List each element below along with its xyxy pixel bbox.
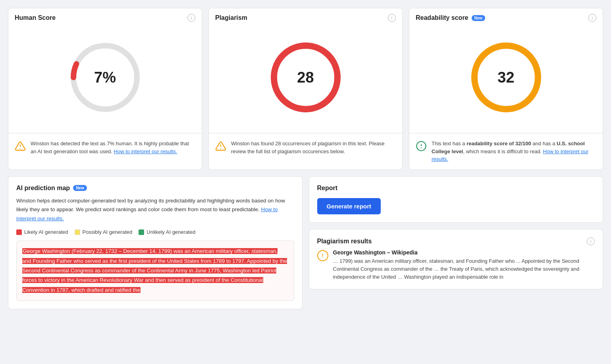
legend-dot-green bbox=[139, 229, 144, 235]
right-column: Report Generate report Plagiarism result… bbox=[309, 176, 603, 309]
report-card: Report Generate report bbox=[309, 176, 603, 223]
plagiarism-value: 28 bbox=[297, 69, 314, 86]
human-score-chart-area: 7% bbox=[8, 22, 202, 133]
report-title: Report bbox=[317, 185, 595, 192]
plagiarism-results-info-icon[interactable]: i bbox=[587, 237, 595, 245]
legend-label-red: Likely AI generated bbox=[24, 229, 68, 235]
ai-prediction-card: AI prediction map New Winston helps dete… bbox=[8, 176, 303, 309]
plagiarism-info-area: Winston has found 28 occurrences of plag… bbox=[209, 133, 402, 162]
svg-point-3 bbox=[20, 148, 21, 149]
ai-prediction-badge: New bbox=[73, 185, 87, 191]
ai-prediction-description: Winston helps detect computer-generated … bbox=[16, 196, 294, 224]
readability-alert-text: This text has a readability score of 32/… bbox=[432, 140, 596, 163]
legend-item-green: Unlikely AI generated bbox=[139, 229, 195, 235]
human-score-info-icon[interactable]: i bbox=[187, 14, 195, 22]
readability-header: Readability score New i bbox=[409, 8, 603, 22]
plagiarism-gauge: 28 bbox=[266, 38, 345, 117]
readability-value: 32 bbox=[497, 69, 514, 86]
human-score-alert-icon bbox=[15, 141, 26, 152]
plagiarism-results-title: Plagiarism results bbox=[317, 238, 372, 245]
plagiarism-source-content: George Washington – Wikipedia … 1799) wa… bbox=[333, 249, 595, 281]
readability-info-area: This text has a readability score of 32/… bbox=[409, 133, 603, 169]
human-score-info-area: Winston has detected the text as 7% huma… bbox=[8, 133, 202, 162]
svg-point-10 bbox=[421, 148, 422, 148]
readability-alert-icon bbox=[416, 141, 427, 152]
plagiarism-title: Plagiarism bbox=[215, 14, 247, 21]
ai-prediction-text-block: George Washington (February 22, 1732 – D… bbox=[16, 241, 294, 300]
plagiarism-result-item: ! George Washington – Wikipedia … 1799) … bbox=[317, 249, 595, 281]
human-score-gauge: 7% bbox=[66, 38, 145, 117]
readability-card: Readability score New i 32 This text has… bbox=[409, 8, 603, 170]
human-score-link[interactable]: How to interpret our results. bbox=[114, 148, 177, 154]
readability-chart-area: 32 bbox=[409, 22, 603, 133]
legend-label-green: Unlikely AI generated bbox=[146, 229, 195, 235]
readability-title: Readability score New bbox=[416, 14, 485, 21]
readability-new-badge: New bbox=[472, 15, 486, 21]
plagiarism-alert-text: Winston has found 28 occurrences of plag… bbox=[231, 140, 396, 155]
legend-dot-yellow bbox=[75, 229, 80, 235]
highlighted-passage: George Washington (February 22, 1732 – D… bbox=[22, 248, 287, 293]
legend-item-red: Likely AI generated bbox=[16, 229, 68, 235]
plagiarism-header: Plagiarism i bbox=[209, 8, 402, 22]
legend-label-yellow: Possibly AI generated bbox=[83, 229, 133, 235]
human-score-value: 7% bbox=[94, 69, 116, 86]
svg-point-6 bbox=[220, 148, 221, 149]
readability-gauge: 32 bbox=[466, 38, 546, 117]
plagiarism-results-card: Plagiarism results i ! George Washington… bbox=[309, 229, 603, 289]
human-score-alert-text: Winston has detected the text as 7% huma… bbox=[31, 140, 195, 155]
legend-dot-red bbox=[16, 229, 22, 235]
ai-prediction-legend: Likely AI generated Possibly AI generate… bbox=[16, 229, 294, 235]
plagiarism-card: Plagiarism i 28 Winston has found 28 occ… bbox=[208, 8, 403, 170]
human-score-header: Human Score i bbox=[8, 8, 202, 22]
legend-item-yellow: Possibly AI generated bbox=[75, 229, 133, 235]
plagiarism-source-name: George Washington – Wikipedia bbox=[333, 249, 595, 256]
plagiarism-source-text: … 1799) was an American military officer… bbox=[333, 257, 595, 281]
plagiarism-chart-area: 28 bbox=[209, 22, 402, 133]
plagiarism-source-icon: ! bbox=[317, 250, 328, 261]
human-score-card: Human Score i 7% Winston has detected th… bbox=[8, 8, 202, 170]
ai-prediction-title: AI prediction map bbox=[16, 185, 70, 192]
plagiarism-info-icon[interactable]: i bbox=[388, 14, 396, 22]
readability-info-icon[interactable]: i bbox=[588, 14, 596, 22]
plagiarism-alert-icon bbox=[215, 141, 226, 152]
generate-report-button[interactable]: Generate report bbox=[317, 198, 381, 214]
plagiarism-results-header: Plagiarism results i bbox=[317, 237, 595, 245]
human-score-title: Human Score bbox=[15, 14, 56, 21]
